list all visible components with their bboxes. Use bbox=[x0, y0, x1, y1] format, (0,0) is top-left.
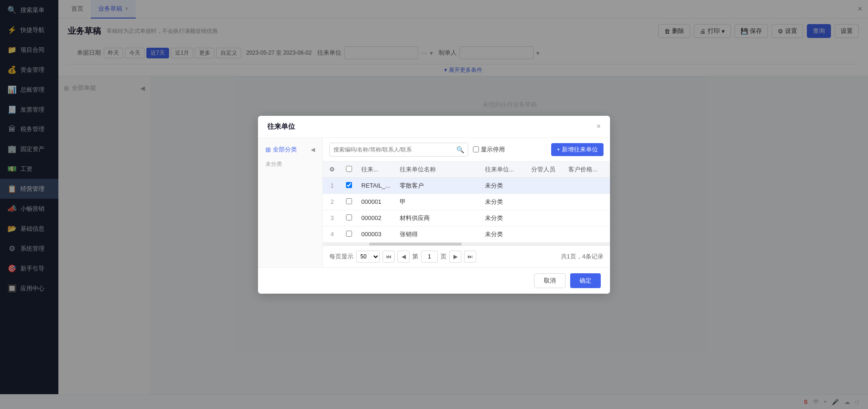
row-name: 张销得 bbox=[395, 226, 480, 242]
row-price bbox=[564, 177, 610, 194]
page-size-label: 每页显示 bbox=[329, 252, 353, 261]
scroll-thumb[interactable] bbox=[369, 243, 462, 245]
search-icon: 🔍 bbox=[456, 146, 464, 153]
collapse-sidebar-icon[interactable]: ◀ bbox=[311, 146, 315, 153]
row-check[interactable] bbox=[341, 226, 357, 242]
horizontal-scrollbar[interactable] bbox=[323, 243, 610, 245]
dialog-body: ⊞ 全部分类 ◀ 未分类 🔍 显示停用 bbox=[258, 138, 610, 267]
row-person bbox=[527, 226, 564, 242]
row-code: RETAIL_... bbox=[357, 177, 395, 194]
row-code: 000001 bbox=[357, 194, 395, 210]
row-code: 000002 bbox=[357, 210, 395, 226]
partner-search-input[interactable] bbox=[333, 146, 456, 153]
confirm-button[interactable]: 确定 bbox=[570, 273, 601, 288]
page-input[interactable] bbox=[421, 251, 438, 263]
show-disabled-checkbox[interactable] bbox=[473, 146, 479, 152]
partner-table: ⚙ 往来... 往来单位名称 往来单位... 分管人员 客户价格... bbox=[323, 162, 610, 243]
row-category: 未分类 bbox=[480, 177, 527, 194]
row-category: 未分类 bbox=[480, 194, 527, 210]
dialog-close-icon[interactable]: × bbox=[597, 122, 601, 131]
row-check[interactable] bbox=[341, 194, 357, 210]
th-price: 客户价格... bbox=[564, 162, 610, 178]
row-name: 材料供应商 bbox=[395, 210, 480, 226]
page-suffix: 页 bbox=[440, 252, 447, 261]
row-code: 000003 bbox=[357, 226, 395, 242]
page-size-select[interactable]: 50 100 200 bbox=[356, 251, 380, 263]
dialog-footer: 取消 确定 bbox=[258, 267, 610, 294]
row-num: 3 bbox=[323, 210, 341, 226]
dialog-header: 往来单位 × bbox=[258, 116, 610, 138]
cancel-button[interactable]: 取消 bbox=[534, 273, 566, 288]
modal-overlay[interactable]: 往来单位 × ⊞ 全部分类 ◀ 未分类 bbox=[0, 0, 868, 409]
table-row[interactable]: 2 000001 甲 未分类 bbox=[323, 194, 610, 210]
row-num: 2 bbox=[323, 194, 341, 210]
last-page-btn[interactable]: ⏭ bbox=[464, 251, 476, 263]
table-row[interactable]: 3 000002 材料供应商 未分类 bbox=[323, 210, 610, 226]
th-settings: ⚙ bbox=[323, 162, 341, 178]
row-num: 4 bbox=[323, 226, 341, 242]
th-code: 往来... bbox=[357, 162, 395, 178]
dialog-sidebar-all[interactable]: ⊞ 全部分类 ◀ bbox=[258, 142, 322, 157]
row-price bbox=[564, 210, 610, 226]
th-category: 往来单位... bbox=[480, 162, 527, 178]
dialog-title: 往来单位 bbox=[267, 122, 295, 131]
prev-page-btn[interactable]: ◀ bbox=[397, 251, 409, 263]
row-check[interactable] bbox=[341, 210, 357, 226]
page-label: 第 bbox=[412, 252, 418, 261]
dialog-toolbar: 🔍 显示停用 + 新增往来单位 bbox=[323, 138, 610, 162]
row-person bbox=[527, 210, 564, 226]
partner-table-element: ⚙ 往来... 往来单位名称 往来单位... 分管人员 客户价格... bbox=[323, 162, 610, 243]
th-name: 往来单位名称 bbox=[395, 162, 480, 178]
pagination: 每页显示 50 100 200 ⏮ ◀ 第 页 ▶ ⏭ 共1页，4条记录 bbox=[323, 245, 610, 267]
table-row[interactable]: 1 RETAIL_... 零散客户 未分类 bbox=[323, 177, 610, 194]
row-price bbox=[564, 226, 610, 242]
add-partner-button[interactable]: + 新增往来单位 bbox=[551, 143, 604, 156]
row-person bbox=[527, 194, 564, 210]
dialog-category-sidebar: ⊞ 全部分类 ◀ 未分类 bbox=[258, 138, 323, 267]
row-category: 未分类 bbox=[480, 226, 527, 242]
th-checkbox bbox=[341, 162, 357, 178]
search-wrapper: 🔍 bbox=[329, 143, 468, 157]
next-page-btn[interactable]: ▶ bbox=[449, 251, 461, 263]
first-page-btn[interactable]: ⏮ bbox=[383, 251, 395, 263]
row-name: 甲 bbox=[395, 194, 480, 210]
dialog-main: 🔍 显示停用 + 新增往来单位 ⚙ bbox=[323, 138, 610, 267]
table-row[interactable]: 4 000003 张销得 未分类 bbox=[323, 226, 610, 242]
dialog-sidebar-unclassified: 未分类 bbox=[258, 157, 322, 171]
row-name: 零散客户 bbox=[395, 177, 480, 194]
grid-dots-icon: ⊞ bbox=[265, 146, 271, 153]
row-price bbox=[564, 194, 610, 210]
page-total-info: 共1页，4条记录 bbox=[561, 252, 604, 261]
table-header-row: ⚙ 往来... 往来单位名称 往来单位... 分管人员 客户价格... bbox=[323, 162, 610, 178]
select-all-checkbox[interactable] bbox=[346, 166, 352, 172]
row-person bbox=[527, 177, 564, 194]
partner-dialog: 往来单位 × ⊞ 全部分类 ◀ 未分类 bbox=[258, 116, 610, 294]
row-check[interactable] bbox=[341, 177, 357, 194]
row-category: 未分类 bbox=[480, 210, 527, 226]
th-person: 分管人员 bbox=[527, 162, 564, 178]
row-num: 1 bbox=[323, 177, 341, 194]
show-disabled-label[interactable]: 显示停用 bbox=[473, 145, 505, 154]
